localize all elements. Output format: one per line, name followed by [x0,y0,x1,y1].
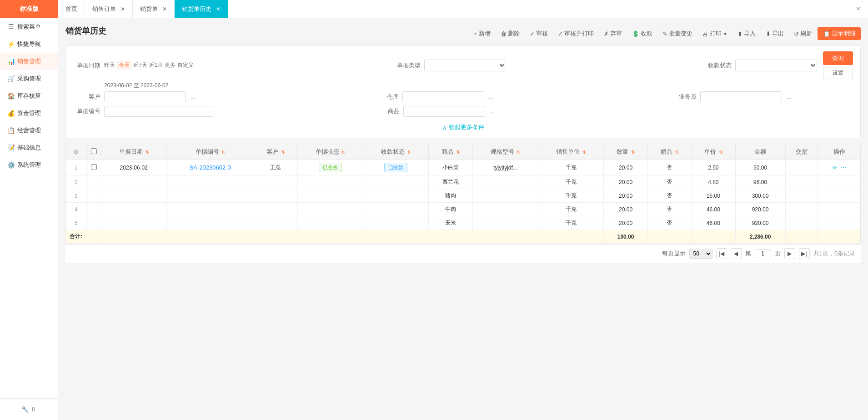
row-edit-btn[interactable]: ✏ [831,165,839,171]
col-header-goods[interactable]: 商品 ⇅ [429,144,472,160]
salesperson-input[interactable] [700,91,782,102]
col-header-unit[interactable]: 销售单位 ⇅ [538,144,604,160]
main-area: 首页 销售订单 ✕ 销货单 ✕ 销货单历史 ✕ ✕ 销货单历史 + 新增 [58,0,868,420]
tab-sales-goods-history-close[interactable]: ✕ [216,6,221,12]
sidebar-item-system-mgmt[interactable]: ⚙️ 系统管理 [0,156,58,174]
row-num: 2 [66,175,86,189]
discard-button[interactable]: ✗ 弃审 [599,28,627,40]
collect-button[interactable]: 💲 收款 [627,28,657,40]
row-checkbox[interactable] [91,164,97,170]
page-total: 共1页，5条记录 [813,250,855,258]
filter-doc-type: 单据类型 ▼ [393,60,505,71]
date-today[interactable]: 今天 [117,61,131,70]
goods-picker[interactable]: ... [490,108,494,115]
sales-mgmt-icon: 📊 [7,58,15,65]
warehouse-input[interactable] [402,91,484,102]
date-yesterday[interactable]: 昨天 [104,61,115,69]
sort-qty-icon: ⇅ [631,150,635,155]
filter-panel: 单据日期 昨天 今天 近7天 近1月 更多 自定义 单据类型 [65,45,861,138]
tab-sales-goods[interactable]: 销货单 ✕ [133,0,175,18]
doc-no-link[interactable]: SA-20230602-0 [190,164,231,171]
settings-col-header[interactable]: ⚙ [66,144,86,160]
sidebar-logo: 标准版 [0,0,58,18]
sidebar-item-inventory-calc[interactable]: 🏠 库存核算 [0,87,58,105]
print-button[interactable]: 🖨 打印 ▼ [698,28,732,40]
warehouse-picker[interactable]: ... [489,94,493,100]
col-header-gift[interactable]: 赠品 ⇅ [647,144,691,160]
sidebar-item-quick-nav[interactable]: ⚡ 快捷导航 [0,35,58,53]
sidebar-item-purchase-mgmt[interactable]: 🛒 采购管理 [0,70,58,87]
sidebar-item-basic-info[interactable]: 📝 基础信息 [0,139,58,156]
row-unit: 千克 [538,216,604,230]
customer-input[interactable] [104,91,186,102]
data-table: ⚙ 单据日期 ⇅ 单据编号 ⇅ [65,144,861,244]
customer-picker[interactable]: ... [191,94,195,100]
inventory-calc-icon: 🏠 [7,92,15,100]
page-size-label: 每页显示 [662,250,686,258]
sidebar-bottom-settings[interactable]: 🔧 ⏸ [0,402,58,416]
col-header-payment-status[interactable]: 收款状态 ⇅ [363,144,429,160]
tab-home[interactable]: 首页 [58,0,85,18]
row-spec [472,189,538,203]
tab-sales-order[interactable]: 销售订单 ✕ [85,0,133,18]
row-amount: 920.00 [735,203,785,216]
page-size-select[interactable]: 50 20 100 [689,249,712,259]
col-header-doc-date[interactable]: 单据日期 ⇅ [101,144,166,160]
date-last1month[interactable]: 近1月 [149,61,163,69]
row-spec [472,175,538,189]
sidebar-item-search-menu[interactable]: ☰ 搜索菜单 [0,18,58,35]
tab-sales-goods-history[interactable]: 销货单历史 ✕ [175,0,228,18]
col-header-qty[interactable]: 数量 ⇅ [604,144,647,160]
date-last7[interactable]: 近7天 [133,61,147,69]
col-header-customer[interactable]: 客户 ⇅ [254,144,297,160]
add-button[interactable]: + 新增 [470,28,496,40]
col-header-spec[interactable]: 规格型号 ⇅ [472,144,538,160]
summary-empty [101,230,604,244]
page-last-btn[interactable]: ▶| [799,248,810,259]
goods-input[interactable] [403,106,485,117]
audit-print-button[interactable]: ✓ 审核并打印 [553,28,598,40]
sidebar-item-sales-mgmt[interactable]: 📊 销售管理 [0,53,58,70]
select-all-checkbox[interactable] [91,148,97,154]
batch-change-button[interactable]: ✎ 批量变更 [658,28,697,40]
sidebar-item-business-mgmt[interactable]: 📋 经营管理 [0,122,58,139]
col-header-doc-status[interactable]: 单据状态 ⇅ [297,144,363,160]
audit-button[interactable]: ✓ 审核 [525,28,552,40]
page-prev-btn[interactable]: ◀ [731,248,742,259]
query-button[interactable]: 查询 [823,51,853,65]
audit-icon: ✓ [530,30,535,37]
doc-no-input[interactable] [104,106,213,117]
page-number-input[interactable] [755,249,771,258]
row-checkbox-cell [86,203,101,216]
payment-status-select[interactable] [735,60,817,71]
row-doc-status [297,203,363,216]
col-header-unit-price[interactable]: 单价 ⇅ [692,144,735,160]
export-button[interactable]: ⬇ 导出 [761,28,788,40]
sidebar-item-finance-mgmt[interactable]: 💰 资金管理 [0,105,58,122]
delete-button[interactable]: 🗑 删除 [496,28,524,40]
set-button[interactable]: 设置 [823,67,853,79]
tab-sales-goods-close[interactable]: ✕ [162,6,167,12]
tab-sales-order-close[interactable]: ✕ [120,6,125,12]
tab-bar-close-all[interactable]: ✕ [852,4,864,14]
page-next-btn[interactable]: ▶ [784,248,795,259]
row-spec [472,203,538,216]
refresh-button[interactable]: ↺ 刷新 [789,28,817,40]
doc-type-select[interactable] [424,60,506,71]
date-custom[interactable]: 自定义 [177,61,194,69]
collapse-filter-button[interactable]: ∧ 收起更多条件 [73,120,853,132]
row-goods: 玉米 [429,216,472,230]
table-settings-icon[interactable]: ⚙ [73,149,79,155]
export-icon: ⬇ [766,30,771,37]
col-header-doc-no[interactable]: 单据编号 ⇅ [166,144,254,160]
salesperson-picker[interactable]: ... [787,94,791,100]
import-button[interactable]: ⬆ 导入 [733,28,760,40]
row-num: 3 [66,189,86,203]
checkbox-col-header[interactable] [86,144,101,160]
date-more[interactable]: 更多 [165,61,176,69]
add-icon: + [474,30,478,37]
row-more-btn[interactable]: ⋯ [839,165,848,171]
page-first-btn[interactable]: |◀ [716,248,727,259]
show-detail-button[interactable]: 📋 显示明细 [818,27,861,40]
row-unit_price: 15.00 [692,189,735,203]
